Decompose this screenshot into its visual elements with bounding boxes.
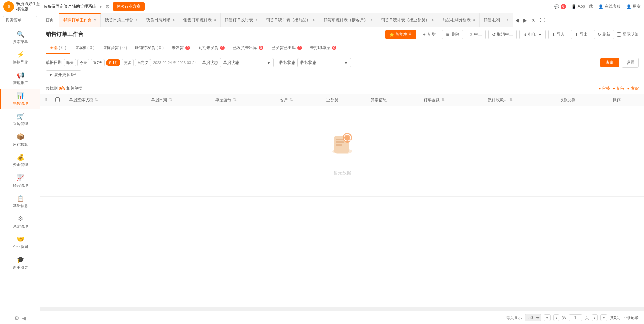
export-button[interactable]: ⬆ 导出: [571, 30, 591, 39]
sub-tab-pending-inspect[interactable]: 待拣验货 ( 0 ): [98, 42, 131, 54]
print-button[interactable]: 🖨 打印 ▼: [519, 30, 546, 39]
sort-icon[interactable]: ⇅: [441, 97, 445, 102]
show-detail-checkbox[interactable]: [617, 32, 621, 37]
sidebar-item-label: 采购管理: [13, 121, 28, 126]
sidebar-item-base-info[interactable]: 📋 基础信息: [0, 191, 40, 212]
tab-nav-prev-button[interactable]: ◀: [513, 13, 521, 27]
page-number-input[interactable]: [569, 314, 582, 321]
system-title-dropdown-icon[interactable]: ▼: [99, 4, 103, 9]
tab-close-icon[interactable]: ✕: [431, 18, 434, 22]
message-icon-button[interactable]: 💬 6: [554, 4, 566, 9]
refresh-button[interactable]: ↻ 刷新: [594, 30, 614, 39]
tab-close-icon[interactable]: ✕: [473, 18, 475, 22]
tab-nav-next-button[interactable]: ▶: [521, 13, 529, 27]
table-header-row: 共找到 0条 相关单据 ● 审核 ● 弃审: [40, 83, 644, 94]
online-service-button[interactable]: 👤 在线客服: [598, 4, 621, 9]
sort-icon[interactable]: ⇅: [169, 97, 172, 102]
sort-icon[interactable]: ⇅: [290, 97, 293, 102]
tab-cash-reconcile[interactable]: 钱货日清对账 ✕: [142, 13, 179, 27]
sidebar-item-inventory[interactable]: 📦 库存核算: [0, 130, 40, 150]
sub-tab-not-shipped[interactable]: 未发货 0: [168, 42, 194, 54]
sub-tab-wangpu-ship[interactable]: 旺铺待发货 ( 0 ): [131, 42, 168, 54]
smart-order-button[interactable]: ⭐ 智能生单: [385, 30, 416, 39]
tab-sales-summary-customer[interactable]: 销货单统计表（按客户） ✕: [319, 13, 377, 27]
user-menu-button[interactable]: 👤 用友: [626, 4, 641, 9]
status-select[interactable]: 单据状态 ▼: [220, 58, 274, 67]
next-page-button[interactable]: ›: [592, 314, 598, 321]
tab-close-icon[interactable]: ✕: [214, 18, 216, 22]
sidebar-item-quick-nav[interactable]: ⚡ 快捷导航: [0, 48, 40, 68]
sidebar-item-sales[interactable]: 📊 销售管理: [0, 89, 40, 109]
tab-close-icon[interactable]: ✕: [255, 18, 258, 22]
tab-close-icon[interactable]: ✕: [94, 18, 96, 22]
batch-ship-button[interactable]: ● 发货: [627, 86, 639, 91]
date-btn-7days[interactable]: 近7天: [91, 59, 105, 66]
tab-sales-stats[interactable]: 销售订单统计表 ✕: [179, 13, 221, 27]
sidebar-settings-button[interactable]: ⚙: [14, 315, 19, 321]
tab-sales-summary-staff[interactable]: 销货单统计表（按业务员） ✕: [377, 13, 438, 27]
date-btn-yesterday[interactable]: 昨天: [64, 59, 76, 66]
tab-close-all-button[interactable]: ✕: [529, 13, 538, 27]
sidebar-item-search[interactable]: 🔍 搜索菜单: [0, 27, 40, 48]
tab-maximize-button[interactable]: ⛶: [538, 13, 547, 27]
settings-icon[interactable]: ⚙: [105, 4, 110, 9]
tab-sales-exec[interactable]: 销售订单执行表 ✕: [221, 13, 262, 27]
date-btn-1month[interactable]: 近1月: [106, 59, 120, 66]
delete-button[interactable]: 🗑 删除: [442, 30, 463, 39]
prev-page-button[interactable]: ‹: [553, 314, 559, 321]
date-btn-today[interactable]: 今天: [77, 59, 89, 66]
set-button[interactable]: 设置: [622, 58, 639, 68]
batch-revoke-button[interactable]: ● 弃审: [613, 86, 625, 91]
sidebar-item-finance[interactable]: 💰 资金管理: [0, 150, 40, 171]
sub-tab-pending-review[interactable]: 待审核 ( 0 ): [70, 42, 99, 54]
date-btn-custom[interactable]: 自定义: [135, 59, 151, 66]
main-layout: 🔍 搜索菜单 ⚡ 快捷导航 📢 营销推广 📊 销售管理 🛒 采购管理 📦: [0, 13, 644, 324]
tab-close-icon[interactable]: ✕: [135, 18, 138, 22]
tab-sales-summary-product[interactable]: 销货单统计表（按商品） ✕: [262, 13, 319, 27]
sort-icon[interactable]: ⇅: [509, 97, 513, 102]
tab-home[interactable]: 首页: [40, 13, 59, 27]
tab-cash-daily[interactable]: 钱货日清工作台 ✕: [101, 13, 142, 27]
stop-button[interactable]: ⊘ 中止: [466, 30, 486, 39]
tab-sales-workbench[interactable]: 销售订单工作台 ✕: [59, 13, 101, 27]
sort-icon[interactable]: ⇅: [233, 97, 237, 102]
date-btn-more[interactable]: 更多: [122, 59, 134, 66]
batch-review-button[interactable]: ● 审核: [598, 86, 610, 91]
horizontal-scrollbar[interactable]: [40, 307, 644, 311]
print-dropdown-icon[interactable]: ▼: [538, 32, 542, 37]
tab-gross-profit[interactable]: 商品毛利分析表 ✕: [438, 13, 480, 27]
sub-tab-shipped-no-out[interactable]: 已发货未出库 0: [229, 42, 267, 54]
sidebar-item-operation[interactable]: 📈 经营管理: [0, 171, 40, 191]
sidebar-item-guide[interactable]: 🎓 新手引导: [0, 253, 40, 273]
query-button[interactable]: 查询: [600, 58, 619, 67]
sub-tab-all[interactable]: 全部 ( 0 ): [46, 42, 70, 54]
add-button[interactable]: ＋ 新增: [419, 30, 439, 39]
select-all-checkbox[interactable]: [55, 97, 60, 102]
tab-close-icon[interactable]: ✕: [312, 18, 315, 22]
tab-sales-more[interactable]: 销售毛利… ✕: [480, 13, 513, 27]
tab-close-icon[interactable]: ✕: [172, 18, 175, 22]
import-button[interactable]: ⬇ 导入: [548, 30, 568, 39]
tab-close-icon[interactable]: ✕: [506, 18, 509, 22]
page-size-select[interactable]: 50: [525, 314, 541, 321]
tab-close-icon[interactable]: ✕: [370, 18, 373, 22]
industry-solution-button[interactable]: 体验行业方案: [113, 2, 145, 11]
sidebar-item-system[interactable]: ⚙ 系统管理: [0, 212, 40, 232]
expand-conditions-button[interactable]: ▼ 展开更多条件: [46, 70, 81, 79]
last-page-button[interactable]: »: [600, 314, 607, 321]
show-detail-label[interactable]: 显示明细: [617, 32, 639, 37]
sidebar-item-purchase[interactable]: 🛒 采购管理: [0, 109, 40, 130]
search-input[interactable]: [3, 16, 37, 24]
sub-tab-shipped-out[interactable]: 已发货已出库 0: [267, 42, 306, 54]
sidebar-collapse-button[interactable]: ◀: [22, 315, 26, 321]
guide-icon: 🎓: [17, 256, 24, 264]
sub-tab-overdue-ship[interactable]: 到期未发货 0: [194, 42, 229, 54]
sort-icon[interactable]: ⇅: [95, 97, 98, 102]
payment-select[interactable]: 收款状态 ▼: [297, 58, 351, 67]
sidebar-item-marketing[interactable]: 📢 营销推广: [0, 68, 40, 89]
sub-tab-no-print[interactable]: 未打印单据 0: [306, 42, 341, 54]
app-download-button[interactable]: 📱 App下载: [571, 4, 593, 9]
cancel-stop-button[interactable]: ↺ 取消中止: [488, 30, 517, 39]
sidebar-item-cooperation[interactable]: 🤝 企业协同: [0, 232, 40, 253]
first-page-button[interactable]: «: [544, 314, 551, 321]
